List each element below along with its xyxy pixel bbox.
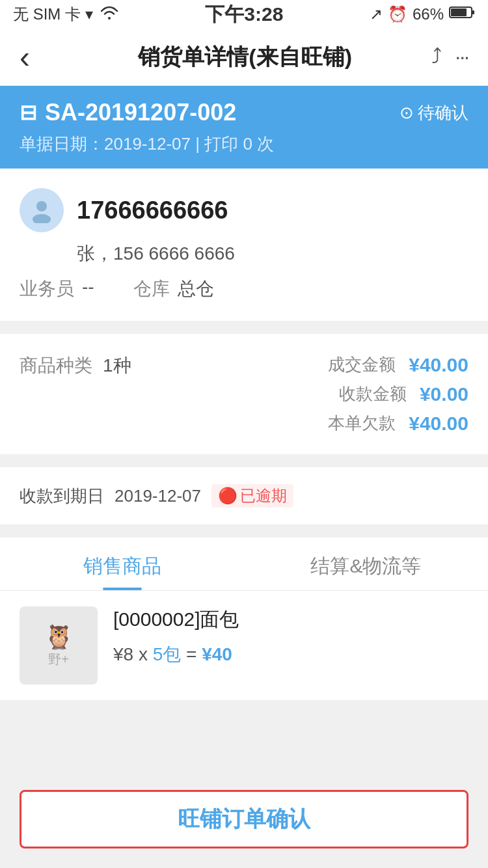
tabs-section: 销售商品 结算&物流等 🦉 野+ [0000002]面包 ¥8 x 5包 = ¥…	[0, 537, 488, 700]
price-qty: 5包	[153, 644, 182, 664]
warehouse-value: 总仓	[178, 277, 214, 301]
confirm-section: 旺铺订单确认	[0, 780, 488, 868]
sim-label: 无 SIM 卡 ▾	[13, 4, 93, 25]
due-date: 2019-12-07	[115, 486, 201, 506]
price-total: ¥40	[202, 644, 232, 664]
debt-row: 本单欠款 ¥40.00	[328, 412, 468, 435]
customer-meta: 业务员 -- 仓库 总仓	[20, 277, 468, 301]
debt-value: ¥40.00	[409, 413, 468, 435]
status-text: 待确认	[418, 102, 468, 124]
price-equals: =	[186, 644, 202, 664]
due-section: 收款到期日 2019-12-07 🔴 已逾期	[0, 467, 488, 524]
amounts: 成交金额 ¥40.00 收款金额 ¥0.00 本单欠款 ¥40.00	[328, 353, 468, 435]
status-time: 下午3:28	[205, 1, 283, 28]
page-title: 销货单详情(来自旺铺)	[138, 42, 352, 72]
product-item: 🦉 野+ [0000002]面包 ¥8 x 5包 = ¥40	[0, 591, 488, 700]
nav-bar: ‹ 销货单详情(来自旺铺) ⤴ ···	[0, 29, 488, 86]
customer-top: 17666666666	[20, 188, 468, 232]
order-status: ⊙ 待确认	[400, 102, 468, 124]
order-header: ⊟ SA-20191207-002 ⊙ 待确认 单据日期：2019-12-07 …	[0, 86, 488, 169]
thumb-logo: 🦉	[44, 623, 74, 651]
staff-item: 业务员 --	[20, 277, 94, 301]
receipt-row: 收款金额 ¥0.00	[339, 383, 468, 405]
order-date: 单据日期：2019-12-07 | 打印 0 次	[20, 133, 468, 156]
confirm-button[interactable]: 旺铺订单确认	[20, 790, 468, 848]
product-thumbnail: 🦉 野+	[20, 606, 98, 685]
transaction-label: 成交金额	[328, 353, 396, 376]
back-button[interactable]: ‹	[20, 39, 59, 75]
status-bar: 无 SIM 卡 ▾ 下午3:28 ↗ ⏰ 66%	[0, 0, 488, 29]
share-icon[interactable]: ⤴	[431, 45, 442, 69]
price-base: ¥8	[113, 644, 133, 664]
battery-percent: 66%	[413, 5, 444, 23]
tab-sales-label: 销售商品	[83, 555, 161, 576]
transaction-value: ¥40.00	[409, 354, 468, 376]
order-id-text: SA-20191207-002	[45, 99, 236, 126]
customer-phone: 17666666666	[77, 197, 228, 224]
order-id: ⊟ SA-20191207-002	[20, 99, 236, 126]
tab-settlement-label: 结算&物流等	[310, 555, 421, 576]
location-icon: ↗	[370, 5, 383, 23]
alarm-icon: ⏰	[388, 5, 407, 23]
status-left: 无 SIM 卡 ▾	[13, 4, 119, 25]
customer-name: 张，156 6666 6666	[20, 241, 468, 266]
category-info: 商品种类 1种	[20, 353, 131, 378]
tab-settlement[interactable]: 结算&物流等	[244, 537, 488, 590]
summary-section: 商品种类 1种 成交金额 ¥40.00 收款金额 ¥0.00 本单欠款 ¥40.…	[0, 334, 488, 454]
tabs-row: 销售商品 结算&物流等	[0, 537, 488, 591]
status-clock-icon: ⊙	[400, 103, 414, 123]
price-multiply: x	[139, 644, 153, 664]
tab-sales[interactable]: 销售商品	[0, 537, 244, 590]
order-header-top: ⊟ SA-20191207-002 ⊙ 待确认	[20, 99, 468, 126]
receipt-value: ¥0.00	[420, 383, 468, 405]
warehouse-item: 仓库 总仓	[133, 277, 214, 301]
customer-section: 17666666666 张，156 6666 6666 业务员 -- 仓库 总仓	[0, 169, 488, 321]
overdue-icon: 🔴	[218, 487, 237, 505]
overdue-badge: 🔴 已逾期	[211, 484, 293, 508]
status-right: ↗ ⏰ 66%	[370, 5, 475, 23]
svg-point-4	[33, 214, 51, 223]
svg-point-3	[36, 201, 47, 211]
category-label: 商品种类	[20, 353, 92, 378]
svg-rect-2	[472, 10, 474, 14]
due-label: 收款到期日	[20, 485, 104, 508]
svg-rect-1	[451, 8, 467, 16]
product-name: [0000002]面包	[113, 606, 468, 633]
battery-icon	[449, 5, 475, 23]
thumb-sub: 野+	[48, 651, 69, 668]
transaction-row: 成交金额 ¥40.00	[328, 353, 468, 376]
more-icon[interactable]: ···	[455, 45, 468, 69]
category-value: 1种	[103, 353, 131, 378]
warehouse-label: 仓库	[133, 277, 170, 301]
nav-actions: ⤴ ···	[431, 45, 468, 69]
order-icon: ⊟	[20, 100, 37, 125]
product-info: [0000002]面包 ¥8 x 5包 = ¥40	[113, 606, 468, 667]
wifi-icon	[100, 5, 119, 23]
overdue-text: 已逾期	[240, 485, 287, 506]
debt-label: 本单欠款	[328, 412, 396, 435]
avatar	[20, 188, 64, 232]
staff-label: 业务员	[20, 277, 74, 301]
staff-value: --	[82, 277, 94, 301]
product-price: ¥8 x 5包 = ¥40	[113, 642, 468, 667]
receipt-label: 收款金额	[339, 383, 407, 405]
